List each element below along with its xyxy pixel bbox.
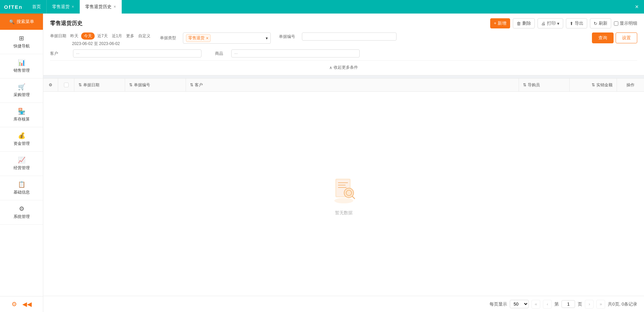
collapse-button[interactable]: ∧ 收起更多条件 (325, 63, 362, 72)
tab-retail-return[interactable]: 零售退货 × (47, 0, 80, 14)
page-number-input[interactable] (562, 300, 575, 308)
filter-goods-item: 商品 ··· (215, 49, 360, 58)
table-area: ⚙ ⇅ 单据日期 ⇅ 单据编号 ⇅ 客户 ⇅ (43, 78, 644, 312)
page-suffix: 页 (578, 301, 582, 307)
tab-retail-return-history[interactable]: 零售退货历史 × (80, 0, 122, 14)
sidebar-item-finance[interactable]: 💰 资金管理 (0, 127, 43, 152)
sidebar-sound-icon[interactable]: ◀◀ (22, 300, 32, 308)
date-shortcuts: 昨天 今天 近7天 近1月 更多 自定义 (69, 32, 152, 40)
th-date[interactable]: ⇅ 单据日期 (74, 79, 125, 91)
page-title: 零售退货历史 (50, 20, 82, 27)
sidebar-item-operations[interactable]: 📈 经营管理 (0, 152, 43, 176)
top-bar: OfTEn 首页 零售退货 × 零售退货历史 × × (0, 0, 644, 14)
th-guide[interactable]: ⇅ 导购员 (519, 79, 570, 91)
tab-retail-return-label: 零售退货 (52, 4, 70, 10)
search-icon: 🔍 (9, 19, 15, 24)
system-icon: ⚙ (18, 205, 25, 213)
filter-date-range: 2023-06-02 至 2023-06-02 (72, 41, 120, 47)
shortcut-more[interactable]: 更多 (125, 33, 136, 39)
print-button[interactable]: 🖨 打印 ▾ (538, 18, 563, 28)
add-button[interactable]: + 新增 (490, 18, 510, 28)
shortcut-1month[interactable]: 近1月 (111, 33, 124, 39)
toolbar-actions: + 新增 🗑 删除 🖨 打印 ▾ ⬆ 导出 ↻ (490, 18, 637, 28)
pagination-bar: 每页显示 50 10 20 100 « ‹ 第 页 › » 共0页, 0条记录 (43, 296, 644, 312)
filter-row-2: 客户 ··· 商品 ··· (50, 49, 637, 58)
per-page-label: 每页显示 (490, 301, 507, 307)
filter-doc-type-select[interactable]: 零售退货 × ▾ (183, 32, 271, 44)
settings-gear-icon: ⚙ (49, 83, 52, 87)
th-checkbox[interactable] (58, 79, 74, 91)
inventory-icon: 🏪 (18, 108, 25, 115)
th-customer-sort-icon: ⇅ (190, 83, 193, 87)
delete-icon: 🗑 (517, 21, 521, 26)
th-amount[interactable]: ⇅ 实销金额 (570, 79, 617, 91)
last-page-button[interactable]: » (596, 300, 605, 309)
tab-retail-return-history-label: 零售退货历史 (85, 4, 112, 10)
filter-goods-select[interactable]: ··· (231, 49, 360, 58)
filter-doc-type-item: 单据类型 零售退货 × ▾ (160, 32, 271, 44)
per-page-select[interactable]: 50 10 20 100 (510, 300, 529, 308)
sidebar-search-label: 搜索菜单 (17, 19, 34, 25)
page-title-row: 零售退货历史 + 新增 🗑 删除 🖨 打印 ▾ ⬆ 导出 (50, 18, 637, 28)
page-label: 第 (554, 301, 559, 307)
shortcut-custom[interactable]: 自定义 (137, 33, 152, 39)
filter-doc-type-label: 单据类型 (160, 35, 180, 41)
th-guide-sort-icon: ⇅ (523, 83, 526, 87)
filter-customer-select[interactable]: ··· (73, 49, 201, 58)
th-docno[interactable]: ⇅ 单据编号 (125, 79, 186, 91)
operations-icon: 📈 (18, 156, 25, 164)
filter-doc-type-tag-close[interactable]: × (206, 36, 208, 41)
total-info: 共0页, 0条记录 (608, 301, 637, 307)
filter-customer-dots: ··· (76, 51, 79, 56)
th-customer[interactable]: ⇅ 客户 (186, 79, 519, 91)
select-all-checkbox[interactable] (64, 83, 69, 87)
sidebar-item-inventory-label: 库存核算 (14, 116, 30, 122)
brand-logo: OfTEn (0, 4, 27, 10)
show-details-checkbox[interactable] (614, 21, 618, 26)
finance-icon: 💰 (18, 132, 25, 139)
sidebar-item-system[interactable]: ⚙ 系统管理 (0, 200, 43, 225)
sidebar-item-sales[interactable]: 📊 销售管理 (0, 54, 43, 79)
filter-date-item: 单据日期 昨天 今天 近7天 近1月 更多 自定义 2023-06-02 至 2… (50, 32, 152, 47)
collapse-row: ∧ 收起更多条件 (50, 60, 637, 72)
tab-home[interactable]: 首页 (27, 0, 47, 14)
filter-doc-no-label: 单据编号 (279, 34, 299, 40)
query-button[interactable]: 查询 (592, 32, 614, 43)
show-details-checkbox-label[interactable]: 显示明细 (614, 20, 637, 26)
refresh-button[interactable]: ↻ 刷新 (590, 18, 611, 28)
delete-button[interactable]: 🗑 删除 (513, 18, 535, 28)
prev-page-button[interactable]: ‹ (543, 300, 552, 309)
shortcut-7days[interactable]: 近7天 (96, 33, 109, 39)
tab-retail-return-history-close[interactable]: × (114, 4, 116, 9)
empty-text: 暂无数据 (335, 210, 353, 216)
first-page-button[interactable]: « (531, 300, 540, 309)
basic-info-icon: 📋 (18, 181, 25, 188)
tab-retail-return-close[interactable]: × (72, 4, 74, 9)
sidebar-item-operations-label: 经营管理 (14, 165, 30, 171)
shortcut-today[interactable]: 今天 (81, 32, 95, 40)
sidebar-item-purchase[interactable]: 🛒 采购管理 (0, 79, 43, 103)
main-layout: 🔍 搜索菜单 ⊞ 快捷导航 📊 销售管理 🛒 采购管理 🏪 库存核算 💰 (0, 14, 644, 312)
shortcut-yesterday[interactable]: 昨天 (69, 33, 80, 39)
empty-state-icon (327, 172, 361, 206)
sidebar-search[interactable]: 🔍 搜索菜单 (0, 14, 43, 30)
sidebar-item-basic-info[interactable]: 📋 基础信息 (0, 176, 43, 200)
filter-doc-no-input[interactable] (302, 32, 397, 41)
filter-doc-type-tag: 零售退货 × (186, 34, 211, 42)
sidebar-item-sales-label: 销售管理 (14, 68, 30, 73)
th-amount-sort-icon: ⇅ (592, 83, 595, 87)
th-settings[interactable]: ⚙ (43, 79, 58, 91)
filter-customer-item: 客户 ··· (50, 49, 201, 58)
filter-customer-label: 客户 (50, 51, 70, 57)
th-action: 操作 (617, 79, 644, 91)
sales-icon: 📊 (18, 59, 25, 66)
sidebar-item-inventory[interactable]: 🏪 库存核算 (0, 103, 43, 127)
sidebar-item-quick-nav[interactable]: ⊞ 快捷导航 (0, 30, 43, 54)
export-icon: ⬆ (570, 21, 573, 26)
export-button[interactable]: ⬆ 导出 (566, 18, 587, 28)
window-close-button[interactable]: × (629, 0, 644, 14)
sidebar-settings-icon[interactable]: ⚙ (11, 300, 17, 308)
next-page-button[interactable]: › (585, 300, 594, 309)
settings-filter-button[interactable]: 设置 (616, 32, 637, 43)
query-settings-group: 查询 设置 (592, 32, 637, 43)
